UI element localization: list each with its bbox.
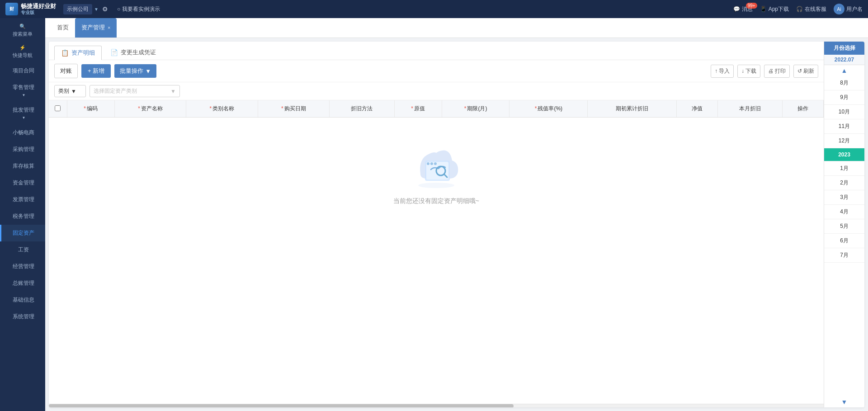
asset-table: *编码 *资产名称 *类别名称 *购买日期 折旧方法 *原值 *期限(月) *残…	[49, 100, 824, 232]
user-profile[interactable]: Ai 用户名	[834, 4, 863, 14]
add-label: + 新增	[88, 67, 104, 75]
sidebar-item-operations[interactable]: 经营管理	[0, 258, 45, 275]
month-item-7[interactable]: 7月	[824, 248, 864, 263]
app-download-button[interactable]: 📱 App下载	[760, 5, 789, 13]
sidebar-item-retail[interactable]: 零售管理 ▼	[0, 79, 45, 102]
demo-icon: ○	[117, 6, 120, 12]
sidebar-item-invoice[interactable]: 发票管理	[0, 191, 45, 208]
list-icon: 📋	[61, 49, 69, 57]
doc-icon: 📄	[110, 49, 118, 56]
month-item-4[interactable]: 4月	[824, 205, 864, 219]
month-item-12[interactable]: 12月	[824, 134, 864, 148]
avatar: Ai	[834, 4, 844, 14]
sidebar-item-label: 工资	[18, 246, 29, 254]
service-button[interactable]: 🎧 在线客服	[796, 5, 826, 13]
sidebar-search-button[interactable]: 🔍 搜索菜单	[0, 20, 45, 41]
sidebar-item-label: 系统管理	[13, 313, 34, 321]
month-item-3[interactable]: 3月	[824, 190, 864, 205]
match-button[interactable]: 对账	[54, 64, 78, 78]
month-item-5[interactable]: 5月	[824, 219, 864, 234]
demo-link[interactable]: ○ 我要看实例演示	[117, 5, 160, 13]
month-item-11[interactable]: 11月	[824, 119, 864, 134]
sidebar-item-inventory[interactable]: 库存核算	[0, 158, 45, 175]
add-button[interactable]: + 新增	[81, 64, 111, 78]
month-item-10[interactable]: 10月	[824, 105, 864, 119]
print-label: 打印	[775, 67, 786, 75]
batch-chevron-icon: ▼	[145, 68, 151, 75]
sidebar-item-tax[interactable]: 税务管理	[0, 208, 45, 225]
month-item-6[interactable]: 6月	[824, 234, 864, 248]
sidebar-item-purchase[interactable]: 采购管理	[0, 141, 45, 158]
month-item-9[interactable]: 9月	[824, 90, 864, 105]
month-list: 8月 9月 10月 11月 12月 2023 1月 2月 3月 4月 5月 6月…	[824, 76, 864, 397]
batch-button[interactable]: 批量操作 ▼	[114, 64, 156, 78]
sidebar-item-label: 基础信息	[13, 296, 34, 304]
sidebar-item-basic-info[interactable]: 基础信息	[0, 292, 45, 308]
sidebar-item-label: 资金管理	[13, 179, 34, 187]
page-content: 📋 资产明细 📄 变更生成凭证 对账 + 新增	[49, 42, 864, 407]
tab-close-icon[interactable]: ×	[108, 25, 110, 30]
refresh-button[interactable]: ↺ 刷新	[793, 65, 818, 78]
tab-asset-management[interactable]: 资产管理 ×	[75, 18, 117, 38]
month-panel-title: 月份选择	[824, 42, 864, 55]
sidebar-item-system[interactable]: 系统管理	[0, 308, 45, 325]
import-icon: ↑	[715, 68, 717, 74]
tab-change-voucher[interactable]: 📄 变更生成凭证	[104, 45, 163, 60]
tab-bar: 首页 资产管理 ×	[45, 18, 868, 38]
sidebar-item-label: 批发管理	[13, 106, 34, 114]
sidebar-item-wholesale[interactable]: 批发管理 ▼	[0, 102, 45, 124]
svg-point-5	[427, 162, 429, 165]
col-accumulated-depreciation: 期初累计折旧	[588, 100, 677, 118]
app-icon: 📱	[760, 6, 767, 12]
import-button[interactable]: ↑ 导入	[711, 65, 734, 78]
col-original-value: *原值	[394, 100, 442, 118]
sidebar-item-label: 总账管理	[13, 279, 34, 287]
month-nav-down[interactable]: ▼	[824, 397, 864, 407]
month-nav-up[interactable]: ▲	[824, 65, 864, 76]
quick-nav-button[interactable]: ⚡ 快捷导航	[0, 41, 45, 62]
month-item-2[interactable]: 2月	[824, 176, 864, 190]
message-button[interactable]: 💬 消息 99+	[733, 5, 753, 13]
empty-message: 当前您还没有固定资产明细哦~	[393, 197, 479, 205]
print-icon: 🖨	[768, 68, 774, 74]
content-area: 首页 资产管理 × 📋 资产明细 📄 变更生成凭证	[45, 18, 868, 411]
tab-active-label: 资产管理	[81, 24, 105, 32]
category-input[interactable]: 选择固定资产类别 ▼	[90, 85, 180, 97]
category-filter[interactable]: 类别 ▼	[54, 85, 86, 97]
checkbox-header	[49, 100, 67, 118]
tab-home[interactable]: 首页	[51, 18, 75, 38]
month-item-8[interactable]: 8月	[824, 76, 864, 90]
nav-icon: ⚡	[19, 45, 26, 51]
empty-illustration	[409, 145, 463, 190]
sidebar-item-project[interactable]: 项目合同	[0, 62, 45, 79]
download-button[interactable]: ↓ 下载	[737, 65, 760, 78]
company-name: 示例公司	[63, 4, 92, 14]
chevron-down-icon[interactable]: ▼	[94, 7, 99, 12]
scrollbar-thumb[interactable]	[49, 404, 514, 407]
sub-tab-bar: 📋 资产明细 📄 变更生成凭证	[49, 42, 824, 60]
app-label: App下载	[769, 5, 789, 13]
refresh-icon: ↺	[797, 68, 802, 74]
download-label: 下载	[745, 67, 756, 75]
sidebar-item-salary[interactable]: 工资	[0, 241, 45, 258]
company-selector[interactable]: 示例公司 ▼	[63, 4, 99, 14]
select-all-checkbox[interactable]	[55, 105, 61, 111]
message-icon: 💬	[733, 6, 740, 12]
col-period: *期限(月)	[442, 100, 509, 118]
col-name: *资产名称	[114, 100, 186, 118]
month-panel: 月份选择 2022.07 ▲ 8月 9月 10月 11月 12月 2023 1月…	[824, 42, 864, 407]
sidebar-item-funds[interactable]: 资金管理	[0, 175, 45, 191]
sidebar-item-ecommerce[interactable]: 小畅电商	[0, 124, 45, 141]
svg-point-6	[430, 162, 433, 165]
print-button[interactable]: 🖨 打印	[764, 65, 790, 78]
sidebar-item-fixed-assets[interactable]: 固定资产	[0, 225, 45, 241]
settings-icon[interactable]: ⚙	[102, 5, 108, 13]
horizontal-scrollbar[interactable]	[49, 404, 824, 407]
refresh-label: 刷新	[803, 67, 814, 75]
col-residual-rate: *残值率(%)	[509, 100, 588, 118]
tab-asset-detail[interactable]: 📋 资产明细	[54, 46, 102, 60]
svg-point-0	[418, 183, 454, 188]
tab-change-voucher-label: 变更生成凭证	[121, 48, 156, 57]
sidebar-item-ledger[interactable]: 总账管理	[0, 275, 45, 292]
month-item-1[interactable]: 1月	[824, 161, 864, 176]
